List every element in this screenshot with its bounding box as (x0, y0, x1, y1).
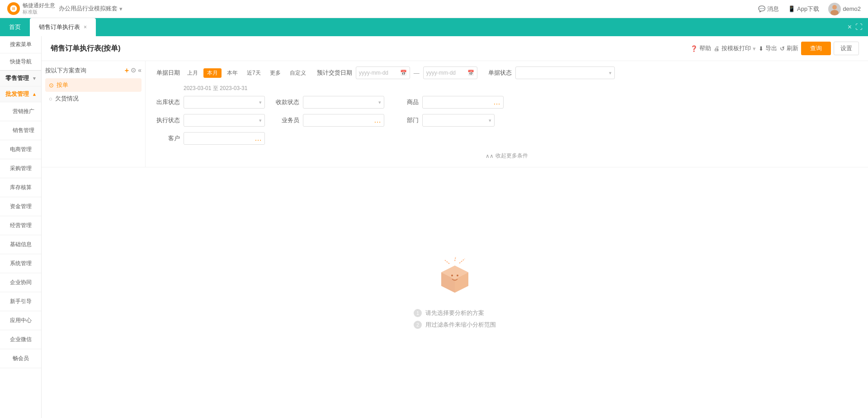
logo-main-text: 畅捷通好生意 (23, 2, 55, 9)
tab-close-all-btn[interactable]: × (848, 23, 852, 31)
collapse-bar[interactable]: ∧∧ 收起更多条件 (153, 150, 861, 162)
sidebar-item-wechat[interactable]: 企业微信 (0, 330, 41, 349)
search-menu-label: 搜索菜单 (10, 41, 32, 48)
sidebar-item-system[interactable]: 系统管理 (0, 254, 41, 273)
salesman-label: 业务员 (272, 116, 299, 124)
date-tab-custom[interactable]: 自定义 (286, 68, 310, 78)
tab-close-btn[interactable]: × (84, 24, 87, 30)
customer-select[interactable]: … (184, 132, 265, 145)
tab-sales-exec-label: 销售订单执行表 (39, 23, 80, 31)
tab-home[interactable]: 首页 (0, 18, 30, 36)
add-scheme-btn[interactable]: + (125, 66, 129, 75)
single-status-arrow-icon: ▾ (609, 70, 612, 76)
out-status-label: 出库状态 (153, 98, 180, 106)
date-tab-this-year[interactable]: 本年 (223, 68, 241, 78)
nav-shortage[interactable]: ○ 欠货情况 (45, 92, 142, 105)
sidebar-search-menu[interactable]: 搜索菜单 (0, 36, 41, 53)
main-layout: 搜索菜单 快捷导航 零售管理 ▾ 批发管理 ▴ 营销推广 销售管理 电商管理 采… (0, 36, 868, 418)
top-bar-left: 畅捷通好生意 标准版 办公用品行业模拟账套 ▾ (7, 2, 123, 15)
goods-select[interactable]: … (422, 96, 504, 109)
out-status-select[interactable]: ▾ (184, 96, 265, 109)
breadcrumb-arrow-icon[interactable]: ▾ (119, 5, 123, 12)
filter-exec-status: 执行状态 ▾ (153, 114, 265, 127)
logo-text-area: 畅捷通好生意 标准版 (23, 2, 55, 15)
filter-left-header: 按以下方案查询 + ⊙ « (45, 66, 142, 75)
expected-date-label: 预计交货日期 (317, 69, 352, 77)
sidebar-item-purchase[interactable]: 采购管理 (0, 159, 41, 178)
sidebar-item-sales[interactable]: 销售管理 (0, 121, 41, 140)
empty-hint-2: 2 用过滤条件来缩小分析范围 (414, 321, 496, 329)
operations-label: 经营管理 (10, 222, 32, 229)
sidebar-item-ecommerce[interactable]: 电商管理 (0, 140, 41, 159)
edit-scheme-btn[interactable]: ⊙ (131, 66, 136, 75)
receipt-status-select[interactable]: ▾ (303, 96, 384, 109)
message-action[interactable]: 💬 消息 (758, 5, 779, 13)
date-tab-7days[interactable]: 近7天 (243, 68, 264, 78)
sidebar-item-finance[interactable]: 资金管理 (0, 197, 41, 216)
finance-label: 资金管理 (10, 203, 32, 210)
sidebar-item-retail[interactable]: 零售管理 ▾ (0, 71, 41, 86)
expected-date-from[interactable]: yyyy-mm-dd 📅 (356, 66, 410, 79)
sidebar-item-operations[interactable]: 经营管理 (0, 216, 41, 235)
sidebar-item-inventory[interactable]: 库存核算 (0, 178, 41, 197)
out-status-arrow-icon: ▾ (259, 100, 262, 105)
collapse-left-btn[interactable]: « (138, 66, 142, 75)
sidebar-item-wholesale[interactable]: 批发管理 ▴ (0, 86, 41, 102)
exec-status-select[interactable]: ▾ (184, 114, 265, 127)
logo-area: 畅捷通好生意 标准版 (7, 2, 55, 15)
filter-salesman: 业务员 … (272, 114, 384, 127)
filter-left: 按以下方案查询 + ⊙ « ⊙ 按单 ○ 欠货情况 (42, 61, 146, 167)
date-separator: — (414, 70, 420, 76)
quick-nav-label: 快捷导航 (10, 58, 32, 65)
sidebar-item-appstore[interactable]: 应用中心 (0, 311, 41, 330)
calendar-to-icon: 📅 (467, 70, 474, 76)
user-label: demo2 (843, 5, 861, 12)
settings-btn[interactable]: 设置 (834, 42, 859, 55)
dept-arrow-icon: ▾ (489, 118, 491, 124)
hint-num-1: 1 (414, 309, 422, 317)
nav-by-order[interactable]: ⊙ 按单 (45, 78, 142, 92)
svg-point-0 (832, 5, 837, 10)
customer-dots-icon[interactable]: … (255, 134, 262, 142)
single-date-label: 单据日期 (153, 69, 180, 77)
print-label: 按模板打印 (722, 44, 751, 52)
sidebar-item-basic-info[interactable]: 基础信息 (0, 235, 41, 254)
sidebar-item-enterprise[interactable]: 企业协同 (0, 273, 41, 292)
dept-select[interactable]: ▾ (422, 114, 495, 127)
query-btn[interactable]: 查询 (801, 42, 831, 55)
export-btn[interactable]: ⬇ 导出 (759, 44, 777, 52)
filter-out-status: 出库状态 ▾ (153, 96, 265, 109)
purchase-label: 采购管理 (10, 165, 32, 172)
sidebar-item-newuser[interactable]: 新手引导 (0, 292, 41, 311)
refresh-btn[interactable]: ↺ 刷新 (780, 44, 798, 52)
sidebar-item-member[interactable]: 畅会员 (0, 349, 41, 368)
content-area: 销售订单执行表(按单) ❓ 帮助 🖨 按模板打印 ▾ ⬇ 导出 (42, 36, 868, 418)
exec-status-label: 执行状态 (153, 116, 180, 124)
user-action[interactable]: demo2 (828, 3, 861, 15)
help-btn[interactable]: ❓ 帮助 (690, 44, 711, 52)
wholesale-arrow-icon: ▴ (33, 91, 36, 97)
sidebar-item-marketing[interactable]: 营销推广 (0, 102, 41, 121)
sidebar-quick-nav[interactable]: 快捷导航 (0, 53, 41, 71)
tab-sales-exec[interactable]: 销售订单执行表 × (30, 18, 96, 36)
empty-hints: 1 请先选择要分析的方案 2 用过滤条件来缩小分析范围 (414, 309, 496, 329)
filter-receipt-status: 收款状态 ▾ (272, 96, 384, 109)
svg-line-7 (455, 256, 456, 261)
date-tab-last-month[interactable]: 上月 (184, 68, 202, 78)
filter-row-3: 执行状态 ▾ 业务员 … (153, 114, 861, 127)
date-tab-more[interactable]: 更多 (266, 68, 284, 78)
filter-row-1: 单据日期 上月 本月 本年 近7天 更多 自定义 (153, 66, 861, 79)
tab-home-label: 首页 (9, 23, 21, 31)
goods-dots-icon[interactable]: … (493, 98, 500, 106)
single-status-select[interactable]: ▾ (515, 66, 615, 79)
app-download-action[interactable]: 📱 App下载 (788, 5, 819, 13)
filter-right: 单据日期 上月 本月 本年 近7天 更多 自定义 (146, 61, 868, 167)
salesman-dots-icon[interactable]: … (374, 116, 381, 124)
expected-date-to[interactable]: yyyy-mm-dd 📅 (423, 66, 477, 79)
print-btn[interactable]: 🖨 按模板打印 ▾ (714, 44, 756, 52)
tab-expand-btn[interactable]: ⛶ (855, 23, 863, 31)
date-tab-this-month[interactable]: 本月 (203, 68, 222, 78)
salesman-select[interactable]: … (303, 114, 384, 127)
top-bar: 畅捷通好生意 标准版 办公用品行业模拟账套 ▾ 💬 消息 📱 App下载 dem… (0, 0, 868, 18)
svg-point-9 (451, 275, 453, 276)
